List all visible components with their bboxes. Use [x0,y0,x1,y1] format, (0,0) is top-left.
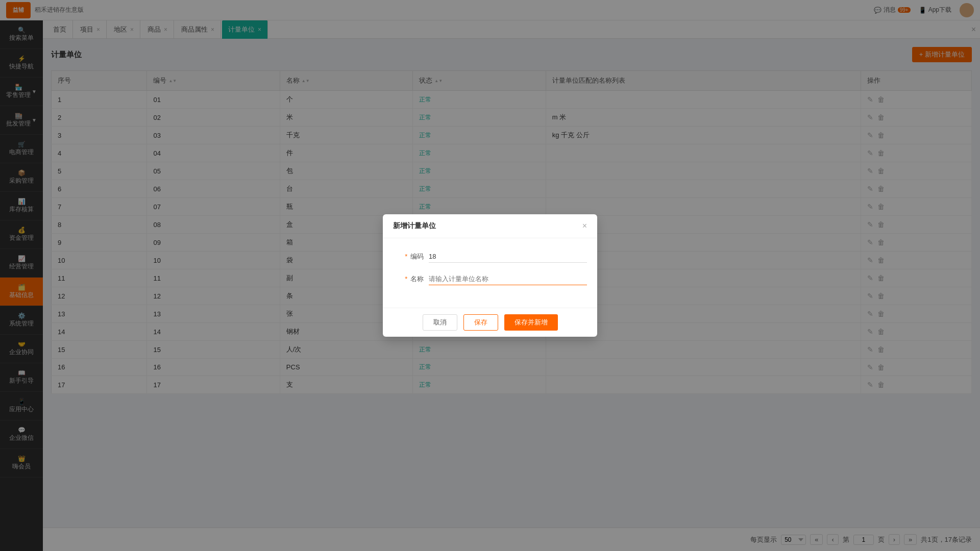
modal-overlay[interactable]: 新增计量单位 × * 编码 * 名称 取消 保存 保存并新增 [0,0,980,551]
save-and-new-button[interactable]: 保存并新增 [504,314,558,331]
form-row-name: * 名称 [393,273,587,285]
modal-footer: 取消 保存 保存并新增 [383,308,597,337]
name-label: * 名称 [393,274,424,284]
add-unit-modal: 新增计量单位 × * 编码 * 名称 取消 保存 保存并新增 [383,214,597,337]
code-input[interactable] [429,251,587,263]
modal-title: 新增计量单位 [393,221,436,231]
cancel-button[interactable]: 取消 [423,314,457,331]
modal-body: * 编码 * 名称 [383,238,597,308]
modal-header: 新增计量单位 × [383,214,597,238]
form-row-code: * 编码 [393,251,587,263]
save-button[interactable]: 保存 [463,314,498,331]
name-input[interactable] [429,273,587,285]
code-label: * 编码 [393,252,424,261]
modal-close-btn[interactable]: × [582,222,587,230]
